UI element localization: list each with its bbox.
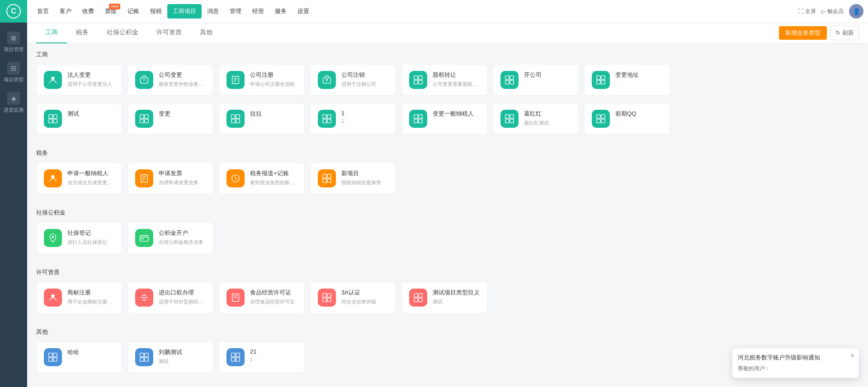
card-text-tax-report-accounting: 税务报道+记账 拿到营业执照的新公司 bbox=[250, 169, 297, 186]
user-avatar[interactable]: 👤 bbox=[849, 4, 863, 19]
svg-rect-82 bbox=[140, 358, 144, 361]
nav-customer[interactable]: 客户 bbox=[54, 0, 77, 23]
nav-service[interactable]: 服务 bbox=[269, 0, 292, 23]
card-ge-honghong[interactable]: 葛红红 葛红红测试 bbox=[493, 103, 579, 135]
card-open-company[interactable]: 开公司 bbox=[493, 64, 579, 96]
card-trademark[interactable]: 商标注册 用于企业商标注册服务 bbox=[36, 282, 122, 313]
card-company-change[interactable]: 公司变更 股权变更外的业务变更 bbox=[127, 64, 213, 96]
nav-home[interactable]: 首页 bbox=[32, 0, 54, 23]
card-apply-taxpayer[interactable]: 申请一般纳税人 当月或次月成变更完成 bbox=[36, 163, 122, 194]
svg-rect-19 bbox=[601, 76, 605, 79]
card-liupeng-test[interactable]: 刘鹏测试 测试 bbox=[127, 341, 213, 373]
subnav-tab-other[interactable]: 其他 bbox=[191, 23, 222, 43]
card-change-address[interactable]: 变更地址 bbox=[584, 64, 670, 96]
card-social-register[interactable]: 社保登记 进行人员社保登记 bbox=[36, 222, 122, 254]
card-text-open-company: 开公司 bbox=[524, 71, 571, 81]
card-apply-invoice[interactable]: 申请发票 办理申请发票业务 bbox=[127, 163, 213, 194]
svg-rect-59 bbox=[327, 179, 331, 182]
card-text-company-register: 公司注册 申请公司注册全流程 bbox=[250, 71, 297, 88]
nav-management[interactable]: 管理 bbox=[224, 0, 247, 23]
fullscreen-btn[interactable]: ⛶ 全屏 bbox=[798, 8, 816, 15]
card-pre-qq[interactable]: 前期QQ bbox=[584, 103, 670, 135]
sidebar-item-project-type[interactable]: ⊟ 项目类型 bbox=[0, 57, 27, 88]
card-tax-report-accounting[interactable]: 税务报道+记账 拿到营业执照的新公司 bbox=[219, 163, 305, 194]
card-haha[interactable]: 哈哈 bbox=[36, 341, 122, 373]
license-cards-grid: 商标注册 用于企业商标注册服务 进出口权办理 适用于对外贸易经营者 bbox=[36, 282, 859, 313]
svg-rect-81 bbox=[145, 353, 148, 357]
svg-rect-74 bbox=[414, 298, 418, 302]
card-text-equity-transfer: 股权转让 公司变更需要股权转让 bbox=[433, 71, 480, 88]
card-equity-transfer[interactable]: 股权转让 公司变更需要股权转让 bbox=[401, 64, 487, 96]
sidebar-label-progress-monitor: 进度监测 bbox=[4, 107, 24, 113]
card-food-license[interactable]: 食品经营许可证 办理食品经营许可证 bbox=[219, 282, 305, 313]
card-lala[interactable]: 拉拉 bbox=[219, 103, 305, 135]
card-icon-pre-qq bbox=[592, 110, 610, 128]
svg-rect-22 bbox=[49, 115, 52, 118]
tax-cards-grid: 申请一般纳税人 当月或次月成变更完成 申请发票 办理申请发票业务 bbox=[36, 163, 859, 194]
nav-message[interactable]: 消息 bbox=[202, 0, 224, 23]
card-text-change: 变更 bbox=[159, 110, 206, 120]
sidebar-item-progress-monitor[interactable]: ◈ 进度监测 bbox=[0, 88, 27, 118]
nav-accounting[interactable]: 记账 bbox=[122, 0, 145, 23]
card-text-fund-account: 公积金开户 办理公积金相关业务 bbox=[159, 229, 206, 246]
card-test-project-type[interactable]: 测试项目类型目义 测试 bbox=[401, 282, 487, 313]
nav-invoice[interactable]: 票据 new bbox=[99, 0, 122, 23]
nav-settings[interactable]: 设置 bbox=[292, 0, 315, 23]
card-icon-fund-account bbox=[135, 229, 153, 247]
nav-billing[interactable]: 收费 bbox=[77, 0, 99, 23]
card-import-export[interactable]: 进出口权办理 适用于对外贸易经营者 bbox=[127, 282, 213, 313]
sidebar-logo[interactable]: C bbox=[0, 0, 27, 23]
card-legal-change[interactable]: 法人变更 适用于公司变更法人 bbox=[36, 64, 122, 96]
card-icon-liupeng-test bbox=[135, 348, 153, 366]
card-text-lala: 拉拉 bbox=[250, 110, 297, 120]
svg-rect-28 bbox=[140, 119, 144, 123]
svg-rect-14 bbox=[505, 76, 509, 79]
svg-rect-58 bbox=[323, 179, 326, 182]
card-twenty-one[interactable]: 21 1 bbox=[219, 341, 305, 373]
card-change[interactable]: 变更 bbox=[127, 103, 213, 135]
subnav-tab-license[interactable]: 许可资质 bbox=[147, 23, 191, 43]
card-change-taxpayer[interactable]: 变更一般纳税人 bbox=[401, 103, 487, 135]
card-icon-food-license bbox=[226, 289, 245, 307]
svg-rect-69 bbox=[327, 294, 331, 297]
card-test[interactable]: 测试 bbox=[36, 103, 122, 135]
svg-rect-31 bbox=[236, 115, 240, 118]
card-text-change-taxpayer: 变更一般纳税人 bbox=[433, 110, 480, 120]
card-icon-twenty-one bbox=[226, 348, 245, 366]
subnav-tab-social-fund[interactable]: 社保公积金 bbox=[98, 23, 147, 43]
other-section-title: 其他 bbox=[36, 328, 859, 336]
subnav-tab-tax[interactable]: 税务 bbox=[67, 23, 98, 43]
industry-section-title: 工商 bbox=[36, 51, 859, 59]
card-icon-apply-invoice bbox=[135, 169, 153, 187]
nav-industry[interactable]: 工商项目 bbox=[167, 4, 202, 19]
refresh-button[interactable]: ↻ 刷新 bbox=[830, 26, 859, 40]
svg-rect-72 bbox=[414, 294, 418, 297]
vip-btn[interactable]: ▷ 畅会员 bbox=[821, 8, 844, 15]
svg-rect-56 bbox=[323, 174, 326, 178]
svg-rect-71 bbox=[327, 298, 331, 302]
card-text-one: 1 1 bbox=[341, 110, 388, 124]
card-company-cancel[interactable]: 公司注销 适用于注销公司 bbox=[310, 64, 396, 96]
svg-rect-10 bbox=[414, 76, 418, 79]
subnav-tab-industry[interactable]: 工商 bbox=[36, 23, 67, 43]
card-3a-cert[interactable]: 3A认证 对企业信誉评级 bbox=[310, 282, 396, 313]
nav-operation[interactable]: 经营 bbox=[247, 0, 269, 23]
svg-rect-36 bbox=[323, 119, 326, 123]
nav-tax[interactable]: 报税 bbox=[145, 0, 167, 23]
card-icon-change-address bbox=[592, 71, 610, 89]
add-business-type-button[interactable]: 新增业务类型 bbox=[779, 26, 827, 40]
notification-popup: × 河北税务数字账户升级影响通知 尊敬的用户： bbox=[732, 348, 859, 378]
card-company-register[interactable]: 公司注册 申请公司注册全流程 bbox=[219, 64, 305, 96]
svg-rect-68 bbox=[323, 294, 326, 297]
card-text-company-cancel: 公司注销 适用于注销公司 bbox=[341, 71, 388, 88]
card-fund-account[interactable]: 公积金开户 办理公积金相关业务 bbox=[127, 222, 213, 254]
notification-body: 尊敬的用户： bbox=[738, 364, 854, 373]
sidebar-item-project-mgmt[interactable]: ⊞ 项目管理 bbox=[0, 27, 27, 57]
card-new-project[interactable]: 新项目 报税加税控盘保管 bbox=[310, 163, 396, 194]
card-one[interactable]: 1 1 bbox=[310, 103, 396, 135]
svg-rect-26 bbox=[140, 115, 144, 118]
notification-close-button[interactable]: × bbox=[850, 352, 854, 360]
avatar-icon: 👤 bbox=[853, 8, 860, 15]
notification-title: 河北税务数字账户升级影响通知 bbox=[738, 354, 854, 362]
card-icon-change-taxpayer bbox=[409, 110, 427, 128]
